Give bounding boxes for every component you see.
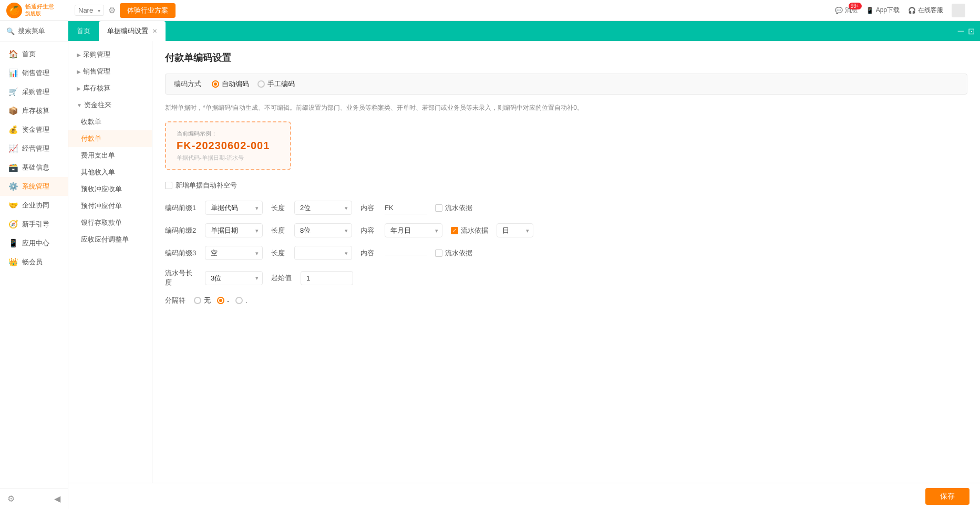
sidebar-item-basic[interactable]: 🗃️ 基础信息 xyxy=(0,158,68,177)
auto-encode-radio[interactable]: 自动编码 xyxy=(212,79,249,89)
sep-dot-dot xyxy=(235,297,243,304)
settings-bottom-icon[interactable]: ⚙ xyxy=(7,494,15,504)
len1-label: 长度 xyxy=(271,203,286,213)
sep-dot-radio[interactable]: . xyxy=(235,297,247,305)
info-text: 新增单据时，*单据编码*自动生成、不可编辑。前缀设置为部门、业务员等档案类、开单… xyxy=(165,103,967,113)
tree-item-bank[interactable]: 银行存取款单 xyxy=(68,214,152,231)
tab-close-icon[interactable]: ✕ xyxy=(152,28,157,35)
sidebar-item-sales[interactable]: 📊 销售管理 xyxy=(0,64,68,82)
tree-item-stock[interactable]: ▶ 库存核算 xyxy=(68,80,152,97)
prefix3-select-wrapper: 空 xyxy=(205,246,263,260)
flow2-unit-select[interactable]: 日 xyxy=(497,223,533,237)
prefix-row-1: 编码前缀1 单据代码 长度 2位 内容 FK xyxy=(165,201,967,215)
collapse-icon[interactable]: ◀ xyxy=(54,494,60,504)
autofill-checkbox[interactable] xyxy=(165,182,172,189)
encode-method-label: 编码方式 xyxy=(174,79,201,89)
content2-label: 内容 xyxy=(360,226,376,235)
sidebar-item-finance[interactable]: 💰 资金管理 xyxy=(0,120,68,139)
start-value-input[interactable] xyxy=(301,271,353,285)
sidebar-item-partner[interactable]: 🤝 企业协同 xyxy=(0,196,68,215)
maximize-icon[interactable]: ⊡ xyxy=(968,26,975,36)
tree-item-income[interactable]: 其他收入单 xyxy=(68,164,152,181)
tree-item-purchase[interactable]: ▶ 采购管理 xyxy=(68,46,152,63)
form-panel: 付款单编码设置 编码方式 自动编码 手工编码 xyxy=(152,41,980,483)
prefix3-select[interactable]: 空 xyxy=(205,246,263,260)
sidebar-item-system[interactable]: ⚙️ 系统管理 xyxy=(0,177,68,196)
prefix2-select[interactable]: 单据日期 xyxy=(205,223,263,237)
message-item[interactable]: 💬 消息 99+ xyxy=(835,6,858,15)
top-bar-mid: Nare ▾ ⚙ 体验行业方案 xyxy=(75,3,830,18)
tree-item-funds[interactable]: ▼ 资金往来 xyxy=(68,97,152,113)
prefix1-select-wrapper: 单据代码 xyxy=(205,201,263,215)
sidebar-item-home[interactable]: 🏠 首页 xyxy=(0,45,68,64)
top-bar-right: 💬 消息 99+ 📱 App下载 🎧 在线客服 xyxy=(835,4,974,17)
service-item[interactable]: 🎧 在线客服 xyxy=(908,6,943,15)
page-title: 付款单编码设置 xyxy=(165,51,967,64)
sidebar: 🔍 搜索菜单 🏠 首页 📊 销售管理 🛒 采购管理 📦 库存核算 💰 xyxy=(0,21,68,509)
tree-item-receipt[interactable]: 收款单 xyxy=(68,113,152,130)
save-button[interactable]: 保存 xyxy=(925,488,969,505)
flow2-checkbox[interactable]: ✓ xyxy=(451,227,458,234)
sidebar-item-ops[interactable]: 📈 经营管理 xyxy=(0,139,68,158)
len3-select[interactable] xyxy=(294,246,352,260)
settings-icon[interactable]: ⚙ xyxy=(108,5,116,15)
trial-button[interactable]: 体验行业方案 xyxy=(120,3,176,18)
encode-radio-group: 自动编码 手工编码 xyxy=(212,79,295,89)
sidebar-item-member[interactable]: 👑 畅会员 xyxy=(0,253,68,272)
sidebar-nav: 🏠 首页 📊 销售管理 🛒 采购管理 📦 库存核算 💰 资金管理 📈 经 xyxy=(0,41,68,488)
sep-radio-group: 无 - . xyxy=(194,296,247,305)
guide-icon: 🧭 xyxy=(8,220,18,229)
len1-select[interactable]: 2位 xyxy=(294,201,352,215)
flow1-checkbox[interactable] xyxy=(435,204,442,212)
flow2-checkbox-group: ✓ 流水依据 xyxy=(451,226,488,235)
manual-encode-radio[interactable]: 手工编码 xyxy=(257,79,295,89)
bottom-bar: 保存 xyxy=(68,483,980,509)
tree-item-expense[interactable]: 费用支出单 xyxy=(68,147,152,164)
sep-none-radio[interactable]: 无 xyxy=(194,296,211,305)
content1-value: FK xyxy=(385,202,427,214)
serial-len-select[interactable]: 3位 xyxy=(205,271,263,285)
system-icon: ⚙️ xyxy=(8,182,18,191)
tree-item-advance-recv[interactable]: 预收冲应收单 xyxy=(68,181,152,198)
prefix-row-3: 编码前缀3 空 长度 内容 xyxy=(165,246,967,260)
sep-none-dot xyxy=(194,297,201,304)
prefix1-select[interactable]: 单据代码 xyxy=(205,201,263,215)
len3-select-wrapper xyxy=(294,246,352,260)
avatar xyxy=(952,4,965,17)
expand-icon: ▶ xyxy=(77,52,81,58)
len2-select[interactable]: 8位 xyxy=(294,223,352,237)
company-selector[interactable]: Nare ▾ xyxy=(75,5,104,16)
sidebar-item-inventory[interactable]: 📦 库存核算 xyxy=(0,101,68,120)
prefix2-select-wrapper: 单据日期 xyxy=(205,223,263,237)
auto-radio-dot xyxy=(212,80,219,88)
tree-item-payment[interactable]: 付款单 xyxy=(68,130,152,147)
sidebar-search[interactable]: 🔍 搜索菜单 xyxy=(0,21,68,41)
download-item[interactable]: 📱 App下载 xyxy=(866,6,900,15)
content3-label: 内容 xyxy=(360,248,376,258)
separator-label: 分隔符 xyxy=(165,296,185,305)
sidebar-item-apps[interactable]: 📱 应用中心 xyxy=(0,234,68,253)
search-icon: 🔍 xyxy=(6,27,15,35)
content1-label: 内容 xyxy=(360,203,376,213)
tree-item-ap-adjust[interactable]: 应收应付调整单 xyxy=(68,231,152,248)
sidebar-item-purchase[interactable]: 🛒 采购管理 xyxy=(0,82,68,101)
tab-serial[interactable]: 单据编码设置 ✕ xyxy=(99,21,166,41)
serial-len-select-wrapper: 3位 xyxy=(205,271,263,285)
finance-icon: 💰 xyxy=(8,125,18,134)
home-icon: 🏠 xyxy=(8,49,18,59)
content2-select[interactable]: 年月日 xyxy=(385,223,442,237)
tree-item-advance-pay[interactable]: 预付冲应付单 xyxy=(68,198,152,214)
content3-value xyxy=(385,251,427,255)
tab-home[interactable]: 首页 xyxy=(68,21,99,41)
len1-select-wrapper: 2位 xyxy=(294,201,352,215)
flow3-checkbox[interactable] xyxy=(435,250,442,257)
sidebar-bottom: ⚙ ◀ xyxy=(0,488,68,509)
manual-radio-dot xyxy=(257,80,265,88)
preview-label: 当前编码示例： xyxy=(177,130,280,138)
tree-item-sales[interactable]: ▶ 销售管理 xyxy=(68,63,152,80)
minimize-icon[interactable]: ─ xyxy=(958,26,964,36)
prefix2-label: 编码前缀2 xyxy=(165,226,197,235)
main-layout: 🔍 搜索菜单 🏠 首页 📊 销售管理 🛒 采购管理 📦 库存核算 💰 xyxy=(0,21,980,509)
sep-dash-radio[interactable]: - xyxy=(217,297,229,305)
sidebar-item-guide[interactable]: 🧭 新手引导 xyxy=(0,215,68,234)
